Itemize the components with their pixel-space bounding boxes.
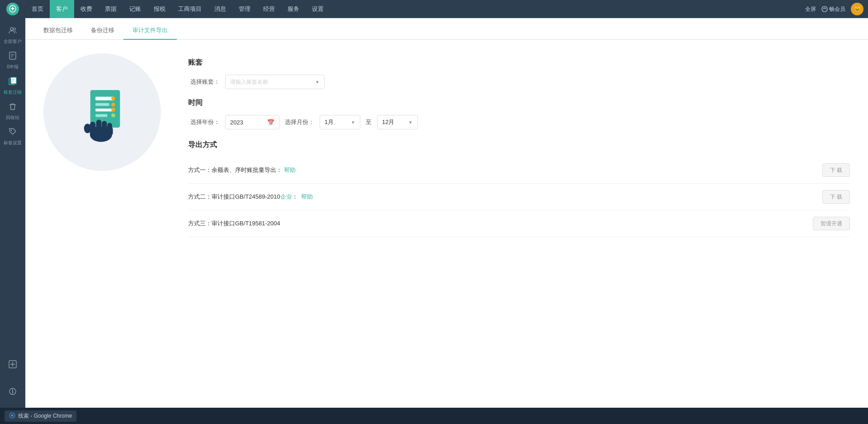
nav-customer[interactable]: 客户 [50,0,74,18]
tab-backup-migrate[interactable]: 备份迁移 [82,22,123,40]
time-row: 选择年份： 2023 📅 选择月份： 1月 ▼ 至 12月 [188,115,850,129]
fullscreen-btn[interactable]: 全屏 [805,5,816,13]
svg-point-0 [822,6,827,12]
export-method-2-suffix: ： [292,193,298,200]
sidebar-label-zero-declare: 0申报 [7,64,19,70]
year-value: 2023 [230,119,243,126]
month-start-value: 1月 [325,118,334,126]
export-method-2-row: 方式二：审计接口GB/T24589-2010企业： 帮助 下 载 [188,184,850,210]
export-method-3-text: 方式三：审计接口GB/T19581-2004 [188,219,280,228]
sidebar-bottom-1[interactable] [0,352,25,377]
month-end-value: 12月 [382,118,394,126]
section-account-title: 账套 [188,58,850,67]
export-method-1-row: 方式一：余额表、序时账批量导出：帮助 下 载 [188,157,850,184]
export-method-2-label: 方式二：审计接口GB/T24589-2010 [188,193,280,200]
month-end-chevron-icon: ▼ [408,120,413,125]
nav-service[interactable]: 服务 [281,0,306,18]
sidebar-item-account-migrate[interactable]: 账套迁移 [0,73,25,99]
svg-rect-5 [11,77,16,84]
sidebar-label-recycle: 回收站 [6,114,19,121]
sidebar-item-tag-settings[interactable]: 标签设置 [0,124,25,149]
svg-point-14 [111,96,115,100]
section-time-title: 时间 [188,98,850,108]
export-method-3-row: 方式三：审计接口GB/T19581-2004 暂缓开通 [188,210,850,237]
nav-bookkeeping[interactable]: 记账 [123,0,147,18]
illustration-circle [43,53,161,171]
account-placeholder: 请输入账套名称 [230,78,268,86]
svg-point-16 [111,108,115,112]
nav-tax[interactable]: 报税 [147,0,172,18]
app-logo [5,1,21,17]
calendar-icon: 📅 [267,119,274,126]
export-method-1-label: 方式一：余额表、序时账批量导出： [188,167,282,173]
nav-home[interactable]: 首页 [25,0,50,18]
nav-menu: 首页 客户 收费 票据 记账 报税 工商项目 消息 管理 经营 服务 设置 [25,0,805,18]
chrome-icon [9,412,15,420]
to-separator: 至 [366,118,372,126]
sidebar: 全部客户 0申报 账套迁移 [0,18,25,408]
export-method-3-soon-btn[interactable]: 暂缓开通 [813,217,850,230]
taskbar: 线索 - Google Chrome [0,408,868,424]
account-label: 选择账套： [188,78,220,86]
nav-business[interactable]: 工商项目 [172,0,208,18]
taskbar-chrome-item[interactable]: 线索 - Google Chrome [5,410,76,422]
svg-point-6 [11,130,12,131]
sidebar-item-all-customers[interactable]: 全部客户 [0,23,25,48]
content-wrapper: 账套 选择账套： 请输入账套名称 ▼ 时间 选择年份： 2023 [43,53,850,237]
form-area: 账套 选择账套： 请输入账套名称 ▼ 时间 选择年份： 2023 [188,53,850,237]
export-method-1-help[interactable]: 帮助 [284,167,296,173]
month-label: 选择月份： [285,118,314,126]
nav-settings[interactable]: 设置 [306,0,330,18]
svg-rect-12 [95,109,112,111]
nav-billing[interactable]: 收费 [74,0,99,18]
account-select[interactable]: 请输入账套名称 ▼ [225,75,325,89]
zero-declare-icon [8,51,17,62]
export-method-2-text: 方式二：审计接口GB/T24589-2010企业： 帮助 [188,193,313,201]
sidebar-item-recycle[interactable]: 回收站 [0,99,25,124]
export-method-2-help[interactable]: 帮助 [301,193,313,200]
year-input[interactable]: 2023 📅 [225,115,279,129]
export-method-2-company: 企业 [280,193,292,200]
svg-rect-23 [90,127,113,135]
account-migrate-icon [8,76,17,88]
nav-operation[interactable]: 经营 [257,0,281,18]
illustration-area [43,53,161,171]
export-method-1-text: 方式一：余额表、序时账批量导出：帮助 [188,166,296,174]
export-method-2-download-btn[interactable]: 下 载 [822,190,850,204]
tab-audit-export[interactable]: 审计文件导出 [123,22,177,40]
svg-point-24 [84,124,91,133]
svg-rect-11 [95,103,109,105]
all-customers-icon [8,26,17,37]
svg-rect-13 [95,114,107,117]
tab-data-migrate[interactable]: 数据包迁移 [34,22,82,40]
month-start-select[interactable]: 1月 ▼ [320,115,360,129]
top-nav: 首页 客户 收费 票据 记账 报税 工商项目 消息 管理 经营 服务 设置 全屏… [0,0,868,18]
sidebar-item-zero-declare[interactable]: 0申报 [0,48,25,73]
nav-message[interactable]: 消息 [208,0,232,18]
sidebar-label-all-customers: 全部客户 [4,38,22,45]
svg-point-26 [11,414,14,416]
nav-invoice[interactable]: 票据 [99,0,123,18]
sidebar-label-account-migrate: 账套迁移 [4,89,22,95]
section-export-title: 导出方式 [188,140,850,150]
sidebar-label-tag-settings: 标签设置 [4,140,22,146]
export-method-1-download-btn[interactable]: 下 载 [822,163,850,177]
month-start-chevron-icon: ▼ [351,120,355,125]
doc-illustration-icon [71,80,134,145]
export-section: 导出方式 方式一：余额表、序时账批量导出：帮助 下 载 方式二：审计接口GB/T… [188,140,850,237]
main-layout: 全部客户 0申报 账套迁移 [0,18,868,408]
page-content: 账套 选择账套： 请输入账套名称 ▼ 时间 选择年份： 2023 [25,40,868,408]
export-method-3-label: 方式三：审计接口GB/T19581-2004 [188,220,280,227]
month-end-select[interactable]: 12月 ▼ [377,115,418,129]
user-avatar[interactable]: 🐱 [851,3,863,15]
nav-manage[interactable]: 管理 [232,0,257,18]
svg-point-2 [14,28,16,30]
member-btn[interactable]: 畅会员 [821,5,845,13]
sidebar-bottom-2[interactable] [0,379,25,404]
content-area: 数据包迁移 备份迁移 审计文件导出 [25,18,868,408]
year-label: 选择年份： [188,118,220,126]
tab-bar: 数据包迁移 备份迁移 审计文件导出 [25,18,868,40]
top-nav-right: 全屏 畅会员 🐱 [805,3,863,15]
svg-point-15 [111,102,115,106]
logo-icon [6,3,19,15]
